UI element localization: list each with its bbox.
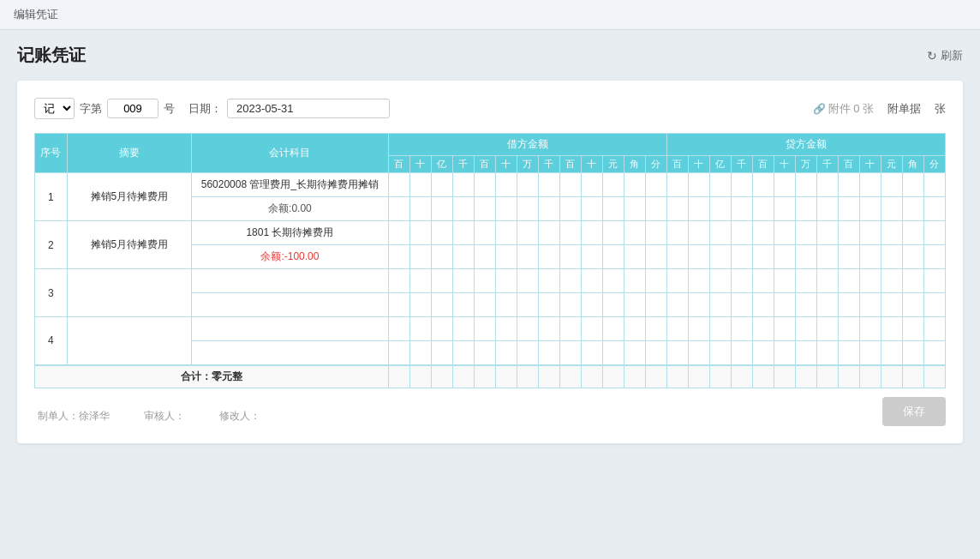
- row-2-credit-11[interactable]: [881, 221, 902, 245]
- row-4-debit-6[interactable]: [495, 317, 517, 341]
- row-3-debit-1[interactable]: [388, 269, 409, 293]
- row-1-debit-9[interactable]: [559, 173, 581, 197]
- row-1-debit-5[interactable]: [474, 173, 495, 197]
- row-3-debit-11[interactable]: [602, 269, 624, 293]
- row-2-credit-10[interactable]: [859, 221, 881, 245]
- row-1-credit-3[interactable]: [709, 173, 731, 197]
- row-2-account[interactable]: 1801 长期待摊费用: [192, 221, 388, 245]
- save-button[interactable]: 保存: [882, 397, 946, 426]
- date-input[interactable]: [227, 99, 390, 118]
- row-3-debit-9[interactable]: [559, 269, 581, 293]
- row-3-debit-10[interactable]: [581, 269, 602, 293]
- row-4-credit-12[interactable]: [902, 317, 923, 341]
- row-4-debit-7[interactable]: [517, 317, 538, 341]
- row-4-account[interactable]: [192, 317, 388, 341]
- row-1-credit-9[interactable]: [838, 173, 859, 197]
- row-3-account[interactable]: [192, 269, 388, 293]
- row-3-credit-9[interactable]: [838, 269, 859, 293]
- attach-single[interactable]: 附单据: [887, 101, 921, 117]
- row-3-debit-3[interactable]: [431, 269, 452, 293]
- row-2-credit-5[interactable]: [752, 221, 774, 245]
- row-4-credit-5[interactable]: [752, 317, 774, 341]
- row-3-summary[interactable]: [67, 269, 192, 317]
- row-1-debit-13[interactable]: [645, 173, 666, 197]
- number-input[interactable]: [107, 99, 158, 118]
- row-4-debit-12[interactable]: [624, 317, 645, 341]
- row-2-debit-1[interactable]: [388, 221, 409, 245]
- row-3-debit-2[interactable]: [409, 269, 431, 293]
- row-4-credit-11[interactable]: [881, 317, 902, 341]
- row-3-debit-5[interactable]: [474, 269, 495, 293]
- row-2-credit-4[interactable]: [731, 221, 752, 245]
- row-1-credit-7[interactable]: [795, 173, 816, 197]
- row-2-debit-7[interactable]: [517, 221, 538, 245]
- row-2-debit-12[interactable]: [624, 221, 645, 245]
- row-2-credit-7[interactable]: [795, 221, 816, 245]
- row-2-debit-2[interactable]: [409, 221, 431, 245]
- row-2-credit-8[interactable]: [816, 221, 838, 245]
- row-3-credit-4[interactable]: [731, 269, 752, 293]
- row-2-credit-13[interactable]: [923, 221, 945, 245]
- row-3-debit-13[interactable]: [645, 269, 666, 293]
- row-1-credit-13[interactable]: [923, 173, 945, 197]
- row-1-credit-11[interactable]: [881, 173, 902, 197]
- row-2-debit-10[interactable]: [581, 221, 602, 245]
- row-4-debit-10[interactable]: [581, 317, 602, 341]
- type-select[interactable]: 记: [34, 98, 75, 119]
- row-4-credit-7[interactable]: [795, 317, 816, 341]
- row-2-credit-6[interactable]: [774, 221, 795, 245]
- row-1-credit-2[interactable]: [688, 173, 709, 197]
- row-4-debit-9[interactable]: [559, 317, 581, 341]
- row-3-credit-13[interactable]: [923, 269, 945, 293]
- row-4-debit-13[interactable]: [645, 317, 666, 341]
- row-3-debit-6[interactable]: [495, 269, 517, 293]
- row-1-debit-10[interactable]: [581, 173, 602, 197]
- row-3-credit-8[interactable]: [816, 269, 838, 293]
- row-3-credit-5[interactable]: [752, 269, 774, 293]
- row-2-debit-8[interactable]: [538, 221, 559, 245]
- row-3-debit-4[interactable]: [452, 269, 474, 293]
- row-1-account[interactable]: 56020008 管理费用_长期待摊费用摊销: [192, 173, 388, 197]
- row-4-credit-3[interactable]: [709, 317, 731, 341]
- refresh-button[interactable]: ↻ 刷新: [927, 48, 963, 63]
- row-2-debit-6[interactable]: [495, 221, 517, 245]
- row-2-credit-2[interactable]: [688, 221, 709, 245]
- row-4-debit-3[interactable]: [431, 317, 452, 341]
- row-4-credit-9[interactable]: [838, 317, 859, 341]
- row-3-debit-7[interactable]: [517, 269, 538, 293]
- row-4-credit-2[interactable]: [688, 317, 709, 341]
- row-1-credit-6[interactable]: [774, 173, 795, 197]
- row-4-credit-4[interactable]: [731, 317, 752, 341]
- row-2-credit-3[interactable]: [709, 221, 731, 245]
- row-2-debit-3[interactable]: [431, 221, 452, 245]
- row-1-credit-10[interactable]: [859, 173, 881, 197]
- row-3-credit-11[interactable]: [881, 269, 902, 293]
- row-1-debit-2[interactable]: [409, 173, 431, 197]
- row-2-credit-12[interactable]: [902, 221, 923, 245]
- attach-link[interactable]: 🔗 附件 0 张: [813, 101, 874, 117]
- row-1-debit-11[interactable]: [602, 173, 624, 197]
- row-4-credit-6[interactable]: [774, 317, 795, 341]
- row-1-credit-12[interactable]: [902, 173, 923, 197]
- row-3-credit-1[interactable]: [666, 269, 688, 293]
- row-4-summary[interactable]: [67, 317, 192, 365]
- row-3-debit-12[interactable]: [624, 269, 645, 293]
- row-3-credit-3[interactable]: [709, 269, 731, 293]
- row-1-debit-1[interactable]: [388, 173, 409, 197]
- row-2-debit-13[interactable]: [645, 221, 666, 245]
- row-4-credit-10[interactable]: [859, 317, 881, 341]
- row-3-credit-6[interactable]: [774, 269, 795, 293]
- row-1-debit-7[interactable]: [517, 173, 538, 197]
- row-4-debit-2[interactable]: [409, 317, 431, 341]
- row-2-debit-4[interactable]: [452, 221, 474, 245]
- row-1-credit-8[interactable]: [816, 173, 838, 197]
- row-1-credit-4[interactable]: [731, 173, 752, 197]
- row-3-credit-7[interactable]: [795, 269, 816, 293]
- row-4-credit-8[interactable]: [816, 317, 838, 341]
- row-4-debit-11[interactable]: [602, 317, 624, 341]
- row-4-debit-1[interactable]: [388, 317, 409, 341]
- row-3-credit-2[interactable]: [688, 269, 709, 293]
- row-2-credit-9[interactable]: [838, 221, 859, 245]
- row-3-debit-8[interactable]: [538, 269, 559, 293]
- row-3-credit-10[interactable]: [859, 269, 881, 293]
